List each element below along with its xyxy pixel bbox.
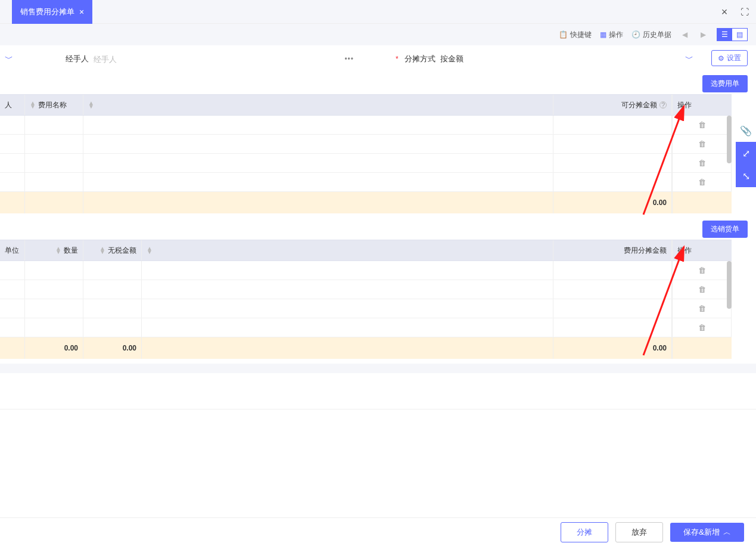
table-row[interactable]: 🗑: [0, 135, 732, 154]
required-mark: *: [396, 55, 399, 63]
tab-bar: 销售费用分摊单 × × ⛶: [0, 0, 756, 24]
sales-total-row: 0.00 0.00 0.00: [0, 337, 732, 359]
prev-doc-icon[interactable]: ◀: [680, 30, 690, 39]
attachment-icon[interactable]: 📎: [736, 119, 756, 142]
view-card-icon[interactable]: ▤: [732, 28, 748, 41]
active-tab[interactable]: 销售费用分摊单 ×: [12, 0, 92, 24]
divider-line: [0, 409, 756, 410]
view-list-icon[interactable]: ☰: [717, 28, 732, 41]
delete-icon[interactable]: 🗑: [698, 178, 706, 187]
form-row: ﹀ 经手人 ••• * 分摊方式 按金额 ﹀ ⚙ 设置: [0, 45, 756, 73]
expense-total-row: 0.00: [0, 192, 732, 213]
fullscreen-icon[interactable]: ⛶: [738, 5, 751, 18]
grid-icon: ▦: [600, 30, 606, 39]
total-allocatable: 0.00: [553, 192, 672, 213]
info-icon[interactable]: ?: [659, 101, 667, 108]
expand2-icon[interactable]: ⤡: [736, 165, 756, 187]
history-label: 历史单据: [643, 30, 671, 40]
col-person[interactable]: 人: [0, 95, 25, 115]
table-row[interactable]: 🗑: [0, 173, 732, 192]
table-row[interactable]: 🗑: [0, 154, 732, 173]
footer-actions: 分摊 放弃 保存&新增 ︿: [0, 517, 756, 546]
delete-icon[interactable]: 🗑: [698, 159, 706, 167]
sales-table: 单位 ▲▼ 数量 ▲▼ 无税金额 ▲▼ 费用分摊金额 操作 🗑: [0, 240, 732, 359]
operate-label: 操作: [609, 30, 623, 40]
more-icon[interactable]: •••: [344, 55, 354, 63]
handler-input[interactable]: [94, 52, 320, 66]
collapse-chevron-icon[interactable]: ﹀: [5, 54, 13, 64]
allocation-method-field: * 分摊方式 按金额 ﹀: [396, 54, 693, 64]
col-unit[interactable]: 单位: [0, 240, 25, 260]
method-label: 分摊方式: [405, 54, 435, 64]
select-sales-button[interactable]: 选销货单: [702, 221, 748, 238]
next-doc-icon[interactable]: ▶: [698, 30, 708, 39]
save-label: 保存&新增: [683, 527, 720, 538]
history-icon: 🕘: [631, 30, 640, 39]
col-op: 操作: [672, 95, 732, 115]
shortcut-label: 快捷键: [570, 30, 592, 40]
separator-strip: [0, 364, 756, 373]
operate-link[interactable]: ▦ 操作: [600, 30, 623, 40]
doc-toolbar: 📋 快捷键 ▦ 操作 🕘 历史单据 ◀ ▶ ☰ ▤: [0, 24, 756, 45]
sort-icon[interactable]: ▲▼: [30, 101, 36, 108]
delete-icon[interactable]: 🗑: [698, 304, 706, 313]
delete-icon[interactable]: 🗑: [698, 285, 706, 294]
col-qty[interactable]: ▲▼ 数量: [25, 240, 83, 260]
table-row[interactable]: 🗑: [0, 280, 732, 299]
col-notax[interactable]: ▲▼ 无税金额: [83, 240, 142, 260]
delete-icon[interactable]: 🗑: [698, 323, 706, 332]
table-row[interactable]: 🗑: [0, 116, 732, 135]
history-link[interactable]: 🕘 历史单据: [631, 30, 671, 40]
total-qty: 0.00: [25, 337, 83, 359]
discard-button[interactable]: 放弃: [615, 522, 663, 542]
expense-table-header: 人 ▲▼ 费用名称 ▲▼ 可分摊金额 ? 操作: [0, 94, 732, 116]
table-row[interactable]: 🗑: [0, 299, 732, 318]
settings-button[interactable]: ⚙ 设置: [711, 50, 748, 66]
handler-field: 经手人 •••: [66, 52, 363, 66]
right-rail: 📎 ⤢ ⤡: [736, 119, 756, 187]
method-value[interactable]: 按金额: [440, 54, 693, 64]
sales-table-header: 单位 ▲▼ 数量 ▲▼ 无税金额 ▲▼ 费用分摊金额 操作: [0, 240, 732, 261]
col-allocatable[interactable]: 可分摊金额 ?: [553, 95, 672, 115]
chevron-down-icon[interactable]: ﹀: [685, 54, 693, 64]
total-notax: 0.00: [83, 337, 142, 359]
table-row[interactable]: 🗑: [0, 261, 732, 280]
close-icon[interactable]: ×: [79, 0, 84, 24]
delete-icon[interactable]: 🗑: [698, 266, 706, 275]
scrollbar[interactable]: [727, 116, 732, 163]
window-close-icon[interactable]: ×: [718, 5, 731, 18]
allocate-button[interactable]: 分摊: [561, 522, 608, 542]
sort-icon[interactable]: ▲▼: [99, 247, 105, 254]
shortcut-link[interactable]: 📋 快捷键: [559, 30, 592, 40]
scrollbar[interactable]: [727, 261, 732, 309]
delete-icon[interactable]: 🗑: [698, 139, 706, 148]
select-expense-button[interactable]: 选费用单: [702, 75, 748, 92]
table-row[interactable]: 🗑: [0, 318, 732, 337]
expense-table: 人 ▲▼ 费用名称 ▲▼ 可分摊金额 ? 操作 🗑 🗑: [0, 94, 732, 213]
expand-icon[interactable]: ⤢: [736, 142, 756, 165]
col-alloc[interactable]: 费用分摊金额: [553, 240, 672, 260]
tab-title: 销售费用分摊单: [20, 0, 74, 24]
chevron-up-icon: ︿: [723, 527, 731, 538]
handler-label: 经手人: [66, 54, 89, 64]
tables-area: 选费用单 人 ▲▼ 费用名称 ▲▼ 可分摊金额 ? 操作 🗑: [0, 73, 756, 410]
gear-icon: ⚙: [718, 54, 724, 63]
settings-label: 设置: [727, 53, 741, 63]
sort-icon[interactable]: ▲▼: [55, 247, 61, 254]
clipboard-icon: 📋: [559, 30, 568, 39]
view-toggle: ☰ ▤: [717, 28, 748, 41]
total-alloc: 0.00: [553, 337, 672, 359]
col-name[interactable]: ▲▼ 费用名称: [25, 95, 83, 115]
sort-icon[interactable]: ▲▼: [147, 247, 153, 254]
sort-icon[interactable]: ▲▼: [88, 101, 94, 108]
delete-icon[interactable]: 🗑: [698, 120, 706, 129]
save-new-button[interactable]: 保存&新增 ︿: [670, 523, 744, 542]
col-op2: 操作: [672, 240, 732, 260]
